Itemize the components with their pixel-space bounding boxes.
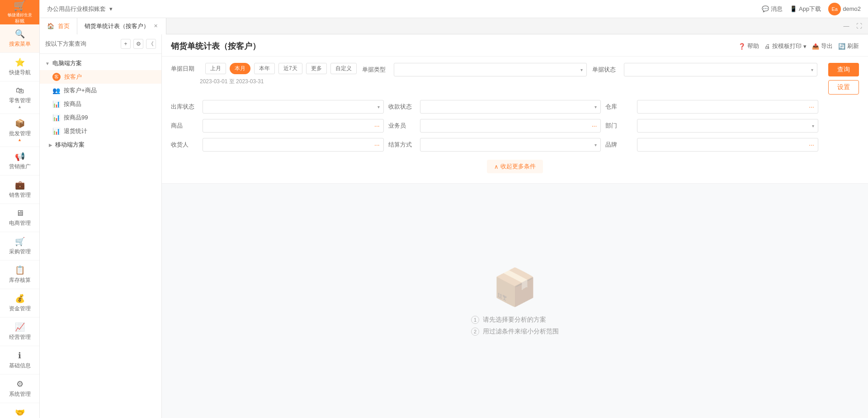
mobile-group-arrow: ▶	[49, 142, 52, 147]
recipient-input[interactable]: ···	[203, 138, 384, 152]
product99-icon: 📊	[52, 114, 60, 121]
brand-input[interactable]: ···	[637, 138, 818, 152]
sidebar-item-search[interactable]: 🔍 搜索菜单	[0, 24, 40, 53]
hint-1-text: 请先选择要分析的方案	[483, 316, 546, 324]
doc-status-select[interactable]: ▾	[624, 63, 817, 76]
content-area: 按以下方案查询 + ⚙ 《 ▼ 电脑端方案 客 按客户 👥	[40, 34, 868, 418]
sidebar-item-shortcuts[interactable]: ⭐ 快捷导航	[0, 53, 40, 81]
print-dropdown-icon: ▾	[803, 43, 807, 50]
shipment-status-label: 出库状态	[171, 103, 198, 111]
date-range-display: 2023-03-01 至 2023-03-31	[200, 78, 264, 86]
sidebar-item-finance[interactable]: 💰 资金管理	[0, 289, 40, 318]
payment-arrow: ▾	[594, 104, 597, 109]
left-panel-header: 按以下方案查询 + ⚙ 《	[40, 34, 161, 54]
scheme-product[interactable]: 📊 按商品	[40, 97, 161, 111]
add-scheme-btn[interactable]: +	[121, 39, 131, 49]
finance-icon: 💰	[15, 294, 25, 304]
warehouse-input[interactable]: ···	[637, 100, 818, 114]
company-dropdown-btn[interactable]: ▾	[109, 5, 113, 12]
collapse-filters-btn[interactable]: ∧ 收起更多条件	[487, 160, 543, 173]
tab-home[interactable]: 🏠 首页	[40, 18, 77, 34]
doc-type-arrow: ▾	[580, 67, 583, 72]
hint-num-1: 1	[471, 316, 479, 324]
expand-icon: ▲	[18, 104, 22, 109]
tab-sales-stats[interactable]: 销货单统计表（按客户） ✕	[77, 18, 166, 34]
sidebar-item-marketing[interactable]: 📢 营销推广	[0, 147, 40, 176]
tab-sales-stats-label: 销货单统计表（按客户）	[85, 22, 149, 30]
product-icon: 📊	[52, 100, 60, 108]
sidebar-item-ecommerce[interactable]: 🖥 电商管理	[0, 204, 40, 232]
page-title-bar: 销货单统计表（按客户） ❓ 帮助 🖨 按模板打印 ▾ 📤 导出	[162, 34, 868, 57]
salesperson-input[interactable]: ···	[420, 119, 601, 133]
expand-icon: ▲	[18, 138, 22, 142]
app-logo[interactable]: 🛒 畅捷通好生意 标账	[0, 0, 40, 24]
brand-picker-icon: ···	[809, 141, 814, 148]
page-actions: ❓ 帮助 🖨 按模板打印 ▾ 📤 导出 🔄 刷新	[738, 42, 859, 50]
sidebar-item-retail[interactable]: 🛍 零售管理 ▲	[0, 81, 40, 114]
scheme-tree: ▼ 电脑端方案 客 按客户 👥 按客户+商品 📊 按商品 📊	[40, 54, 161, 154]
sidebar-item-sales[interactable]: 💼 销售管理	[0, 176, 40, 204]
date-btn-custom[interactable]: 自定义	[330, 63, 357, 74]
date-btn-this-year[interactable]: 本年	[254, 63, 275, 74]
settings-scheme-btn[interactable]: ⚙	[133, 39, 143, 49]
settlement-select[interactable]: ▾	[420, 138, 601, 152]
tab-home-label: 首页	[58, 22, 70, 30]
collapse-panel-btn[interactable]: 《	[146, 39, 156, 49]
sidebar-item-label: 搜索菜单	[9, 40, 31, 48]
sidebar-item-system[interactable]: ⚙ 系统管理	[0, 375, 40, 403]
scheme-return-stats-label: 退货统计	[64, 127, 87, 135]
date-btn-more[interactable]: 更多	[306, 63, 327, 74]
payment-status-select[interactable]: ▾	[420, 100, 601, 114]
empty-hint-2: 2 用过滤条件来缩小分析范围	[471, 328, 559, 336]
product-input[interactable]: ···	[203, 119, 384, 133]
tab-actions: — ⛶	[841, 21, 868, 32]
sidebar-item-purchase[interactable]: 🛒 采购管理	[0, 232, 40, 261]
scheme-return-stats[interactable]: 📊 退货统计	[40, 124, 161, 138]
date-btn-last-month[interactable]: 上月	[205, 63, 226, 74]
scheme-customer-product[interactable]: 👥 按客户+商品	[40, 84, 161, 97]
product-col: 商品 ···	[171, 119, 384, 133]
date-btn-7days[interactable]: 近7天	[278, 63, 302, 74]
sidebar-item-inventory[interactable]: 📋 库存核算	[0, 261, 40, 289]
shipment-status-select[interactable]: ▾	[203, 100, 384, 114]
tab-maximize-btn[interactable]: ⛶	[854, 21, 864, 32]
doc-type-select[interactable]: ▾	[394, 63, 587, 76]
export-btn[interactable]: 📤 导出	[812, 42, 833, 50]
desktop-group-header[interactable]: ▼ 电脑端方案	[40, 57, 161, 70]
topbar: 办公用品行业模拟账套 ▾ 💬 消息 📱 App下载 Ea demo2	[40, 0, 868, 18]
help-btn[interactable]: ❓ 帮助	[738, 42, 759, 50]
scheme-customer-product-label: 按客户+商品	[64, 86, 97, 95]
tab-minimize-btn[interactable]: —	[841, 21, 852, 32]
product-label: 商品	[171, 122, 198, 130]
sidebar-item-wholesale[interactable]: 📦 批发管理 ▲	[0, 114, 40, 147]
query-btn-area: 查询 设置	[828, 63, 859, 95]
inventory-icon: 📋	[15, 265, 25, 275]
settings-btn[interactable]: 设置	[828, 80, 859, 95]
query-btn[interactable]: 查询	[828, 63, 859, 76]
app-download-btn[interactable]: 📱 App下载	[790, 5, 821, 13]
date-btn-this-month[interactable]: 本月	[230, 63, 250, 74]
sidebar-item-operations[interactable]: 📈 经营管理	[0, 318, 40, 346]
empty-hint-1: 1 请先选择要分析的方案	[471, 316, 559, 324]
page-title: 销货单统计表（按客户）	[171, 41, 260, 52]
mobile-group-header[interactable]: ▶ 移动端方案	[40, 138, 161, 152]
collapse-up-icon: ∧	[494, 163, 499, 170]
message-btn[interactable]: 💬 消息	[762, 5, 783, 13]
sidebar-item-label: 采购管理	[9, 248, 31, 256]
sidebar-item-basicinfo[interactable]: ℹ 基础信息	[0, 346, 40, 375]
scheme-product-label: 按商品	[64, 100, 81, 108]
sidebar-item-enterprise[interactable]: 🤝 企业协同	[0, 403, 40, 418]
print-btn[interactable]: 🖨 按模板打印 ▾	[764, 42, 807, 50]
user-menu[interactable]: Ea demo2	[828, 3, 861, 15]
collapse-label: 收起更多条件	[500, 162, 536, 171]
payment-status-label: 收款状态	[388, 103, 415, 111]
refresh-btn[interactable]: 🔄 刷新	[838, 42, 859, 50]
recipient-label: 收货人	[171, 141, 198, 149]
department-select[interactable]: ▾	[637, 119, 818, 133]
payment-status-col: 收款状态 ▾	[388, 100, 601, 114]
scheme-product99[interactable]: 📊 按商品99	[40, 111, 161, 124]
tab-close-btn[interactable]: ✕	[153, 22, 159, 30]
settlement-arrow: ▾	[594, 142, 597, 147]
topbar-right: 💬 消息 📱 App下载 Ea demo2	[762, 3, 861, 15]
scheme-customer[interactable]: 客 按客户	[40, 70, 161, 84]
